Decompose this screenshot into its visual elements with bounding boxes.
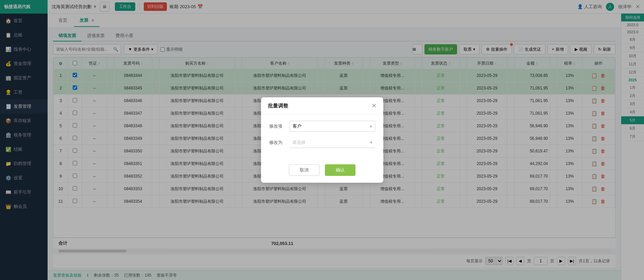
dropdown-to-icon: ▾: [370, 140, 372, 145]
modify-field-label: 修改项: [269, 123, 290, 129]
modal-title: 批量调整: [268, 103, 288, 109]
modal-footer: 取消 确认: [261, 160, 383, 183]
modal-confirm-btn[interactable]: 确认: [325, 164, 355, 176]
modal-header: 批量调整 ✕: [261, 97, 383, 114]
modify-to-label: 修改为: [269, 139, 290, 146]
modal-close-btn[interactable]: ✕: [371, 102, 377, 110]
modify-to-placeholder: 请选择: [292, 139, 306, 146]
modal-overlay: 批量调整 ✕ 修改项 客户 ▾ 修改为 请选择 ▾ 取消 确认: [0, 0, 644, 280]
dropdown-icon: ▾: [370, 124, 372, 129]
modify-field-row: 修改项 客户 ▾: [269, 121, 375, 132]
modify-field-select[interactable]: 客户 ▾: [290, 121, 375, 132]
modal-cancel-btn[interactable]: 取消: [289, 164, 319, 176]
batch-adjust-modal: 批量调整 ✕ 修改项 客户 ▾ 修改为 请选择 ▾ 取消 确认: [261, 97, 383, 183]
modal-body: 修改项 客户 ▾ 修改为 请选择 ▾: [261, 114, 383, 160]
modify-to-row: 修改为 请选择 ▾: [269, 137, 375, 148]
modify-field-value: 客户: [293, 123, 301, 129]
modify-to-select[interactable]: 请选择 ▾: [290, 137, 375, 148]
